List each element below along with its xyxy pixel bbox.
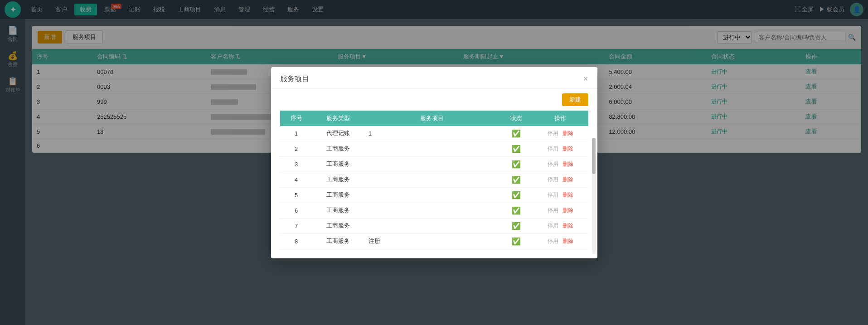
status-check-icon: ✅ <box>512 222 521 230</box>
stop-button[interactable]: 停用 <box>548 130 558 136</box>
status-check-icon: ✅ <box>512 207 521 214</box>
modal-table-row: 8 工商服务 注册 ✅ 停用 删除 <box>280 233 588 249</box>
delete-button[interactable]: 删除 <box>563 176 573 183</box>
stop-button[interactable]: 停用 <box>548 192 558 198</box>
modal-col-status: 状态 <box>500 111 533 126</box>
modal-title: 服务项目 <box>280 74 309 84</box>
modal-col-action: 操作 <box>533 111 588 126</box>
modal-header: 服务项目 × <box>271 67 597 89</box>
modal-table-row: 6 工商服务 ✅ 停用 删除 <box>280 203 588 218</box>
scrollbar-thumb[interactable] <box>592 138 596 174</box>
service-items-table: 序号 服务类型 服务项目 状态 操作 1 代理记账 1 ✅ 停用 <box>280 111 588 249</box>
status-check-icon: ✅ <box>512 130 521 137</box>
status-check-icon: ✅ <box>512 145 521 153</box>
modal-table-row: 4 工商服务 ✅ 停用 删除 <box>280 172 588 187</box>
delete-button[interactable]: 删除 <box>563 146 573 152</box>
modal-table-row: 1 代理记账 1 ✅ 停用 删除 <box>280 126 588 141</box>
delete-button[interactable]: 删除 <box>563 223 573 229</box>
modal-new-button[interactable]: 新建 <box>562 93 588 106</box>
modal-body: 序号 服务类型 服务项目 状态 操作 1 代理记账 1 ✅ 停用 <box>271 111 597 258</box>
status-check-icon: ✅ <box>512 176 521 184</box>
modal-close-button[interactable]: × <box>583 75 588 83</box>
modal-toolbar: 新建 <box>271 89 597 111</box>
service-items-modal: 服务项目 × 新建 序号 服务类型 服务项目 状态 操作 <box>271 67 597 258</box>
modal-col-type: 服务类型 <box>313 111 364 126</box>
delete-button[interactable]: 删除 <box>563 192 573 198</box>
modal-table-row: 7 工商服务 ✅ 停用 删除 <box>280 218 588 233</box>
stop-button[interactable]: 停用 <box>548 161 558 167</box>
scrollbar-track[interactable] <box>592 138 596 254</box>
stop-button[interactable]: 停用 <box>548 207 558 213</box>
status-check-icon: ✅ <box>512 191 521 199</box>
modal-table-row: 5 工商服务 ✅ 停用 删除 <box>280 187 588 203</box>
stop-button[interactable]: 停用 <box>548 238 558 244</box>
modal-table-row: 3 工商服务 ✅ 停用 删除 <box>280 156 588 172</box>
status-check-icon: ✅ <box>512 160 521 168</box>
delete-button[interactable]: 删除 <box>563 130 573 136</box>
status-check-icon: ✅ <box>512 238 521 245</box>
modal-col-project: 服务项目 <box>364 111 500 126</box>
delete-button[interactable]: 删除 <box>563 238 573 244</box>
modal-col-seq: 序号 <box>280 111 313 126</box>
delete-button[interactable]: 删除 <box>563 207 573 213</box>
delete-button[interactable]: 删除 <box>563 161 573 167</box>
modal-overlay: 服务项目 × 新建 序号 服务类型 服务项目 状态 操作 <box>0 0 868 325</box>
stop-button[interactable]: 停用 <box>548 223 558 229</box>
modal-table-row: 2 工商服务 ✅ 停用 删除 <box>280 141 588 156</box>
stop-button[interactable]: 停用 <box>548 176 558 183</box>
stop-button[interactable]: 停用 <box>548 146 558 152</box>
